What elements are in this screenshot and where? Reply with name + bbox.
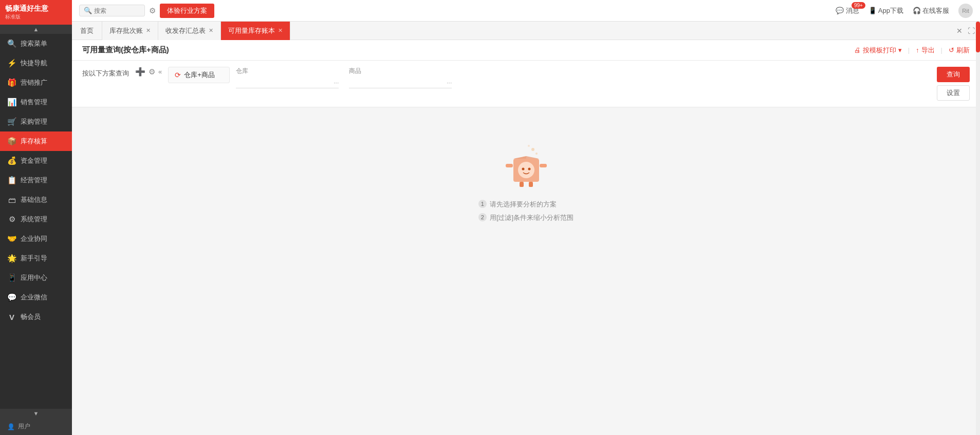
tab-available[interactable]: 可用量库存账本 ✕	[221, 22, 290, 40]
query-button[interactable]: 查询	[937, 67, 970, 82]
scheme-icon: ⟳	[175, 71, 181, 79]
tab-summary[interactable]: 收发存汇总表 ✕	[158, 22, 221, 40]
empty-hint-1: 1 请先选择要分析的方案	[478, 200, 574, 209]
refresh-btn[interactable]: ↺ 刷新	[949, 46, 970, 55]
svg-point-12	[528, 145, 530, 147]
filter-add-btn[interactable]: ➕	[135, 67, 145, 77]
warehouse-input[interactable]	[236, 79, 331, 86]
print-btn[interactable]: 🖨 按模板打印 ▾	[854, 46, 902, 55]
app-name: 畅康通好生意	[5, 4, 48, 13]
scheme-warehouse-product[interactable]: ⟳ 仓库+商品	[169, 67, 229, 83]
sidebar-item-label: 基础信息	[21, 195, 47, 204]
sidebar-item-wechat[interactable]: 💬 企业微信	[0, 288, 72, 307]
close-tab-icon[interactable]: ✕	[956, 27, 963, 35]
wechat-icon: 💬	[7, 293, 16, 302]
sidebar-item-label: 系统管理	[21, 215, 47, 224]
main-content: 🔍 ⚙ 体验行业方案 💬 消息 99+ 📱 App下载 🎧 在线客服 Rit	[72, 0, 980, 435]
messages-btn[interactable]: 💬 消息 99+	[836, 6, 859, 15]
setting-button[interactable]: 设置	[937, 85, 970, 101]
sidebar-item-system[interactable]: ⚙ 系统管理	[0, 210, 72, 229]
app-version: 标准版	[5, 13, 21, 21]
sidebar-scroll-up[interactable]: ▲	[0, 25, 72, 34]
content-area: 可用量查询(按仓库+商品) 🖨 按模板打印 ▾ | ↑ 导出 | ↺ 刷新	[72, 40, 980, 435]
empty-hints: 1 请先选择要分析的方案 2 用[过滤]条件来缩小分析范围	[478, 200, 574, 222]
sidebar-item-label: 销售管理	[21, 98, 47, 107]
product-input-wrap[interactable]: ···	[349, 77, 452, 88]
sidebar-item-appstore[interactable]: 📱 应用中心	[0, 268, 72, 288]
search-box[interactable]: 🔍	[79, 5, 145, 16]
tab-batch-close[interactable]: ✕	[146, 27, 151, 34]
sidebar-nav: 🔍 搜索菜单 ⚡ 快捷导航 🎁 营销推广 📊 销售管理 🛒 采购管理 📦 库存核…	[0, 34, 72, 409]
warehouse-more-icon[interactable]: ···	[334, 79, 339, 86]
tab-available-label: 可用量库存账本	[228, 26, 275, 35]
sidebar-item-shortcut[interactable]: ⚡ 快捷导航	[0, 53, 72, 73]
industry-btn[interactable]: 体验行业方案	[160, 4, 214, 18]
sidebar-item-label: 畅会员	[21, 312, 41, 321]
page-actions: 🖨 按模板打印 ▾ | ↑ 导出 | ↺ 刷新	[854, 46, 970, 55]
filter-panel: 按以下方案查询 ➕ ⚙ « ⟳ 仓库+商品 仓库 ···	[72, 61, 980, 107]
appstore-icon: 📱	[7, 273, 16, 282]
sidebar-item-guide[interactable]: 🌟 新手引导	[0, 249, 72, 268]
sidebar-item-label: 企业微信	[21, 293, 47, 302]
inventory-icon: 📦	[7, 137, 16, 146]
sidebar-user-area[interactable]: 👤 用户	[0, 418, 72, 435]
expand-icon[interactable]: ⛶	[968, 27, 975, 35]
filter-field-warehouse: 仓库 ···	[236, 67, 339, 88]
system-icon: ⚙	[7, 215, 16, 224]
sidebar-item-finance[interactable]: 💰 资金管理	[0, 151, 72, 171]
filter-collapse-btn[interactable]: «	[158, 68, 162, 75]
export-btn[interactable]: ↑ 导出	[916, 46, 935, 55]
print-chevron-icon[interactable]: ▾	[898, 46, 902, 54]
message-icon: 💬	[836, 7, 844, 14]
sidebar-item-inventory[interactable]: 📦 库存核算	[0, 131, 72, 151]
shortcut-icon: ⚡	[7, 59, 16, 68]
sidebar-scroll-down[interactable]: ▼	[0, 409, 72, 418]
sidebar-item-label: 新手引导	[21, 254, 47, 263]
warehouse-input-wrap[interactable]: ···	[236, 77, 339, 88]
filter-right: 查询 设置	[937, 67, 970, 101]
tab-home[interactable]: 首页	[72, 22, 102, 40]
tab-batch[interactable]: 库存批次账 ✕	[102, 22, 158, 40]
svg-point-3	[518, 162, 534, 178]
user-avatar[interactable]: Rit	[958, 4, 973, 18]
hint-text-2: 用[过滤]条件来缩小分析范围	[490, 213, 574, 222]
tabs-bar: 首页 库存批次账 ✕ 收发存汇总表 ✕ 可用量库存账本 ✕ ✕ ⛶	[72, 22, 980, 40]
gear-icon[interactable]: ⚙	[149, 6, 156, 15]
search-input[interactable]	[94, 7, 140, 14]
sidebar-item-operations[interactable]: 📋 经营管理	[0, 171, 72, 190]
app-logo: 畅康通好生意 标准版	[0, 0, 72, 25]
tab-summary-close[interactable]: ✕	[209, 27, 213, 34]
filter-setting-btn[interactable]: ⚙	[149, 67, 155, 77]
divider2: |	[941, 46, 942, 54]
avatar-text: Rit	[962, 8, 969, 14]
sidebar-item-member[interactable]: V 畅会员	[0, 307, 72, 327]
sidebar-item-purchase[interactable]: 🛒 采购管理	[0, 112, 72, 131]
service-label: 在线客服	[922, 6, 949, 15]
service-btn[interactable]: 🎧 在线客服	[913, 6, 949, 15]
sidebar-item-search[interactable]: 🔍 搜索菜单	[0, 34, 72, 53]
tab-available-close[interactable]: ✕	[278, 27, 283, 34]
headset-icon: 🎧	[913, 7, 921, 14]
sidebar-item-label: 库存核算	[21, 137, 47, 146]
product-more-icon[interactable]: ···	[447, 79, 452, 86]
sidebar: 畅康通好生意 标准版 ▲ 🔍 搜索菜单 ⚡ 快捷导航 🎁 营销推广 📊 销售管理…	[0, 0, 72, 435]
sidebar-item-sales[interactable]: 📊 销售管理	[0, 92, 72, 112]
svg-rect-7	[529, 182, 533, 187]
right-scrollbar[interactable]	[976, 22, 980, 435]
app-download-label: App下载	[878, 6, 903, 15]
member-icon: V	[7, 313, 16, 321]
filter-fields: 仓库 ··· 商品 ···	[236, 67, 931, 88]
finance-icon: 💰	[7, 156, 16, 165]
sidebar-item-basic[interactable]: 🗃 基础信息	[0, 190, 72, 210]
search-icon: 🔍	[84, 7, 92, 14]
app-download-btn[interactable]: 📱 App下载	[868, 6, 903, 15]
sidebar-item-cooperation[interactable]: 🤝 企业协同	[0, 229, 72, 249]
user-name-label: 用户	[18, 422, 30, 431]
marketing-icon: 🎁	[7, 78, 16, 87]
guide-icon: 🌟	[7, 254, 16, 263]
svg-point-4	[522, 168, 524, 171]
sidebar-item-marketing[interactable]: 🎁 营销推广	[0, 73, 72, 92]
product-input[interactable]	[349, 79, 445, 86]
cooperation-icon: 🤝	[7, 234, 16, 243]
svg-point-11	[535, 153, 538, 155]
